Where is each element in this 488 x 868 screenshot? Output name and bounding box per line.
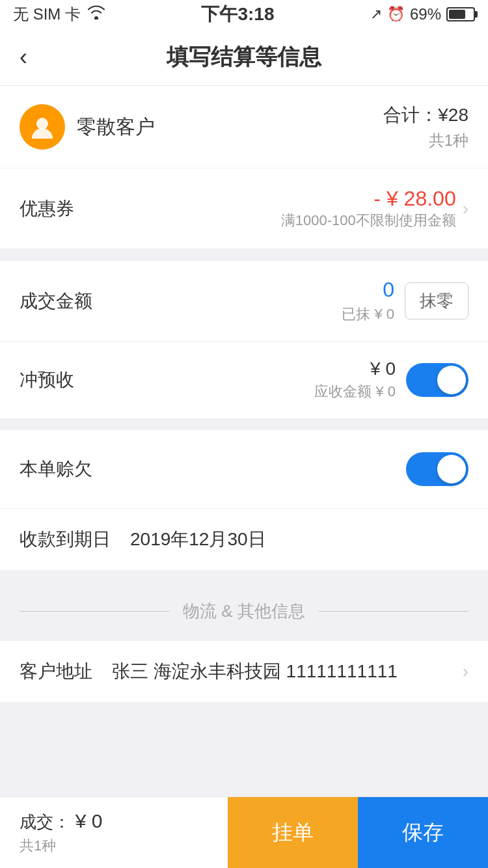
amount-section: 成交金额 0 已抹 ¥ 0 抹零 冲预收 ¥ 0 应收金额 ¥ 0: [0, 260, 488, 418]
address-label: 客户地址: [20, 659, 92, 684]
coupon-amount: - ¥ 28.00: [281, 187, 456, 211]
prepayment-toggle[interactable]: [406, 363, 468, 397]
status-bar-time: 下午3:18: [201, 2, 274, 27]
prepayment-amount: ¥ 0: [314, 359, 396, 379]
deal-amount-row: 成交金额 0 已抹 ¥ 0 抹零: [0, 260, 488, 341]
prepayment-sub: 应收金额 ¥ 0: [314, 382, 396, 401]
battery-icon: [446, 7, 475, 21]
bottom-bar: 成交： ¥ 0 共1种 挂单 保存: [0, 796, 488, 868]
debt-row: 本单赊欠: [0, 430, 488, 508]
avatar: [20, 104, 65, 150]
due-date-row: 收款到期日 2019年12月30日: [0, 508, 488, 570]
bottom-deal-amount: ¥ 0: [75, 810, 103, 832]
debt-toggle-knob: [437, 455, 466, 483]
customer-section: 零散客户 合计：¥28 共1种 优惠券 - ¥ 28.00 满1000-100不…: [0, 86, 488, 249]
toggle-knob: [437, 366, 466, 394]
prepayment-right: ¥ 0 应收金额 ¥ 0: [314, 359, 468, 401]
coupon-row[interactable]: 优惠券 - ¥ 28.00 满1000-100不限制使用金额 ›: [0, 168, 488, 249]
debt-toggle[interactable]: [406, 452, 468, 486]
customer-left: 零散客户: [20, 104, 155, 150]
location-icon: ↗: [370, 6, 382, 23]
address-row[interactable]: 客户地址 张三 海淀永丰科技园 11111111111 ›: [0, 641, 488, 702]
coupon-label: 优惠券: [20, 197, 74, 221]
wifi-icon: [87, 5, 105, 23]
prepayment-col: ¥ 0 应收金额 ¥ 0: [314, 359, 396, 401]
logistics-label: 物流 & 其他信息: [183, 600, 305, 623]
debt-toggle-wrap: [406, 452, 468, 486]
prepayment-toggle-wrap: [406, 363, 468, 397]
prepayment-row: 冲预收 ¥ 0 应收金额 ¥ 0: [0, 341, 488, 418]
customer-name: 零散客户: [77, 114, 155, 141]
alarm-icon: ⏰: [387, 6, 405, 23]
due-date-label: 收款到期日: [20, 527, 111, 552]
debt-section: 本单赊欠 收款到期日 2019年12月30日: [0, 430, 488, 570]
debt-label: 本单赊欠: [20, 457, 92, 481]
deal-amount-label: 成交金额: [20, 289, 92, 314]
address-value: 张三 海淀永丰科技园 11111111111: [112, 659, 456, 684]
battery-percent: 69%: [410, 5, 441, 23]
bottom-deal-label: 成交：: [20, 812, 70, 832]
bottom-deal-line: 成交： ¥ 0: [20, 810, 208, 834]
back-button[interactable]: ‹: [20, 44, 27, 71]
deal-amount-right: 0 已抹 ¥ 0 抹零: [342, 278, 468, 324]
customer-total: 合计：¥28: [383, 103, 468, 128]
svg-point-0: [36, 118, 48, 129]
bottom-summary: 成交： ¥ 0 共1种: [0, 797, 228, 868]
chevron-right-icon: ›: [463, 661, 468, 682]
deal-amount-value[interactable]: 0: [342, 278, 394, 302]
chevron-right-icon: ›: [463, 198, 468, 219]
coupon-desc: 满1000-100不限制使用金额: [281, 211, 456, 230]
status-bar-left: 无 SIM 卡: [13, 4, 105, 25]
save-button[interactable]: 保存: [358, 797, 488, 868]
status-bar-right: ↗ ⏰ 69%: [370, 5, 475, 23]
customer-total-area: 合计：¥28 共1种: [383, 103, 468, 151]
coupon-right: - ¥ 28.00 满1000-100不限制使用金额: [281, 187, 456, 230]
status-bar: 无 SIM 卡 下午3:18 ↗ ⏰ 69%: [0, 0, 488, 29]
address-section: 客户地址 张三 海淀永丰科技园 11111111111 ›: [0, 641, 488, 702]
battery-fill: [449, 10, 465, 19]
deal-amount-sub: 已抹 ¥ 0: [342, 305, 394, 324]
due-date-value: 2019年12月30日: [130, 527, 266, 552]
page-title: 填写结算等信息: [167, 42, 321, 72]
deal-amount-col: 0 已抹 ¥ 0: [342, 278, 394, 324]
bottom-deal-count: 共1种: [20, 836, 208, 856]
customer-row: 零散客户 合计：¥28 共1种: [0, 86, 488, 168]
nav-bar: ‹ 填写结算等信息: [0, 29, 488, 86]
logistics-divider: 物流 & 其他信息: [0, 582, 488, 641]
pending-button[interactable]: 挂单: [228, 797, 358, 868]
smash-zero-button[interactable]: 抹零: [405, 282, 468, 319]
customer-count: 共1种: [383, 130, 468, 151]
prepayment-label: 冲预收: [20, 368, 74, 392]
no-sim-text: 无 SIM 卡: [13, 4, 81, 25]
